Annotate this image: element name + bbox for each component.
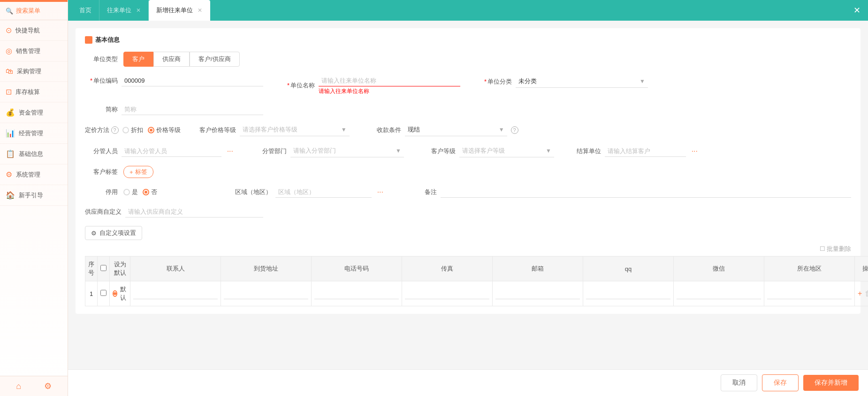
sidebar-item-label: 库存核算 bbox=[15, 88, 40, 96]
row-checkbox[interactable] bbox=[100, 290, 107, 296]
pricing-method-help[interactable]: ? bbox=[111, 126, 119, 134]
sidebar-item-label: 销售管理 bbox=[16, 47, 40, 55]
customer-level-arrow: ▼ bbox=[546, 148, 551, 154]
sidebar-item-label: 采购管理 bbox=[17, 67, 41, 76]
disabled-no-option[interactable]: 否 bbox=[143, 188, 157, 196]
sidebar-item-guide[interactable]: 🏠 新手引导 bbox=[0, 185, 68, 206]
unit-name-error: 请输入往来单位名称 bbox=[319, 87, 460, 95]
remark-label: 备注 bbox=[404, 188, 437, 196]
manager-input[interactable] bbox=[122, 146, 221, 157]
row-wechat-cell bbox=[674, 281, 764, 306]
department-select[interactable]: 请输入分管部门 ▼ bbox=[290, 145, 404, 157]
row-wechat-input[interactable] bbox=[677, 288, 761, 299]
sidebar-home-icon[interactable]: ⌂ bbox=[16, 381, 21, 391]
row-email-input[interactable] bbox=[495, 288, 580, 299]
region-more[interactable]: ··· bbox=[375, 188, 385, 196]
customer-price-level-label: 客户价格等级 bbox=[199, 126, 236, 134]
batch-delete-label[interactable]: 批量删除 bbox=[827, 245, 851, 252]
custom-settings-button[interactable]: ⚙ 自定义项设置 bbox=[85, 226, 142, 240]
row-phone-input[interactable] bbox=[314, 288, 399, 299]
row-fax-input[interactable] bbox=[405, 288, 489, 299]
select-all-checkbox[interactable] bbox=[100, 265, 107, 271]
save-button[interactable]: 保存 bbox=[762, 374, 799, 391]
unit-name-input[interactable] bbox=[319, 75, 460, 86]
tab-new-counterparty-close[interactable]: ✕ bbox=[198, 7, 202, 14]
customer-tag-row: 客户标签 + 标签 bbox=[85, 166, 851, 178]
region-input[interactable] bbox=[275, 186, 372, 198]
sidebar-item-label: 资金管理 bbox=[19, 109, 43, 117]
sidebar-search[interactable]: 🔍 搜索菜单 bbox=[0, 2, 68, 20]
disabled-no-radio bbox=[143, 189, 149, 195]
unit-name-input-wrapper: 请输入往来单位名称 bbox=[319, 75, 460, 95]
sidebar-item-basic-info[interactable]: 📋 基础信息 bbox=[0, 144, 68, 164]
cancel-button[interactable]: 取消 bbox=[721, 374, 757, 391]
tab-new-counterparty[interactable]: 新增往来单位 ✕ bbox=[149, 0, 210, 21]
col-phone: 电话号码 bbox=[312, 256, 402, 281]
payment-terms-field: 收款条件 现结 ▼ ? bbox=[368, 124, 518, 136]
custom-settings-label: 自定义项设置 bbox=[99, 229, 136, 237]
sidebar-item-finance[interactable]: 💰 资金管理 bbox=[0, 102, 68, 123]
unit-type-both[interactable]: 客户/供应商 bbox=[190, 52, 240, 67]
manager-more[interactable]: ··· bbox=[225, 147, 235, 155]
sidebar-item-system[interactable]: ⚙ 系统管理 bbox=[0, 164, 68, 185]
custom-settings-gear-icon: ⚙ bbox=[91, 230, 97, 237]
unit-code-input[interactable] bbox=[122, 75, 263, 86]
disabled-field: 停用 是 否 bbox=[85, 188, 216, 196]
customer-price-level-select[interactable]: 请选择客户价格等级 ▼ bbox=[240, 124, 350, 136]
row-contact-cell bbox=[130, 281, 221, 306]
row-delete-button[interactable]: 🗑 bbox=[865, 289, 868, 298]
customer-level-select[interactable]: 请选择客户等级 ▼ bbox=[459, 145, 554, 157]
unit-category-select[interactable]: 未分类 ▼ bbox=[516, 75, 648, 88]
remark-input[interactable] bbox=[441, 186, 851, 198]
col-email: 邮箱 bbox=[493, 256, 583, 281]
row-qq-cell bbox=[583, 281, 674, 306]
basic-info-icon: 📋 bbox=[6, 149, 15, 158]
row-fax-cell bbox=[402, 281, 493, 306]
row-email-cell bbox=[493, 281, 583, 306]
tabs-close-all-button[interactable]: ✕ bbox=[850, 5, 864, 16]
abbreviation-input[interactable] bbox=[122, 104, 263, 115]
payment-terms-help[interactable]: ? bbox=[511, 126, 518, 134]
sidebar-item-quick-nav[interactable]: ⊙ 快捷导航 bbox=[0, 20, 68, 41]
row-area-input[interactable] bbox=[767, 288, 852, 299]
sidebar-item-sales[interactable]: ◎ 销售管理 bbox=[0, 41, 68, 62]
supplier-custom-input[interactable] bbox=[125, 206, 263, 217]
add-tag-label: 标签 bbox=[135, 168, 147, 176]
unit-code-field: *单位编码 bbox=[85, 75, 263, 86]
sidebar-item-purchase[interactable]: 🛍 采购管理 bbox=[0, 62, 68, 82]
tab-counterparty-close[interactable]: ✕ bbox=[136, 7, 141, 14]
supplier-custom-field: 供应商自定义 bbox=[85, 206, 263, 217]
department-field: 分管部门 请输入分管部门 ▼ bbox=[254, 145, 404, 157]
disabled-yes-option[interactable]: 是 bbox=[123, 188, 138, 196]
unit-type-label: 单位类型 bbox=[85, 55, 118, 63]
row-address-input[interactable] bbox=[224, 288, 308, 299]
row-contact-input[interactable] bbox=[133, 288, 218, 299]
sidebar-settings-icon[interactable]: ⚙ bbox=[44, 381, 52, 391]
payment-terms-select[interactable]: 现结 ▼ bbox=[405, 124, 507, 136]
sidebar-item-label: 新手引导 bbox=[19, 191, 43, 200]
unit-type-customer[interactable]: 客户 bbox=[123, 52, 153, 67]
section-title: 基本信息 bbox=[85, 36, 851, 44]
row-default-radio-label[interactable]: 默认 bbox=[113, 285, 127, 302]
tab-counterparty[interactable]: 往来单位 ✕ bbox=[99, 0, 149, 21]
sidebar-item-operations[interactable]: 📊 经营管理 bbox=[0, 123, 68, 144]
settlement-unit-more[interactable]: ··· bbox=[690, 147, 700, 155]
pricing-discount-option[interactable]: 折扣 bbox=[122, 126, 143, 134]
settlement-unit-input[interactable] bbox=[605, 146, 686, 157]
tab-home[interactable]: 首页 bbox=[72, 0, 99, 21]
save-new-button[interactable]: 保存并新增 bbox=[803, 375, 859, 391]
unit-type-supplier[interactable]: 供应商 bbox=[153, 52, 190, 67]
supplier-custom-row: 供应商自定义 bbox=[85, 206, 851, 217]
quick-nav-icon: ⊙ bbox=[6, 26, 12, 35]
col-qq: qq bbox=[583, 256, 674, 281]
add-tag-button[interactable]: + 标签 bbox=[123, 166, 153, 178]
pricing-level-option[interactable]: 价格等级 bbox=[148, 126, 181, 134]
unit-category-required: * bbox=[484, 78, 487, 85]
sidebar-item-inventory[interactable]: ⊡ 库存核算 bbox=[0, 82, 68, 102]
row-add-button[interactable]: + bbox=[858, 289, 862, 298]
row-qq-input[interactable] bbox=[586, 288, 670, 299]
section-title-icon bbox=[85, 36, 92, 44]
payment-terms-arrow: ▼ bbox=[499, 126, 504, 133]
supplier-custom-label: 供应商自定义 bbox=[85, 208, 122, 216]
settlement-unit-label: 结算单位 bbox=[568, 147, 601, 155]
